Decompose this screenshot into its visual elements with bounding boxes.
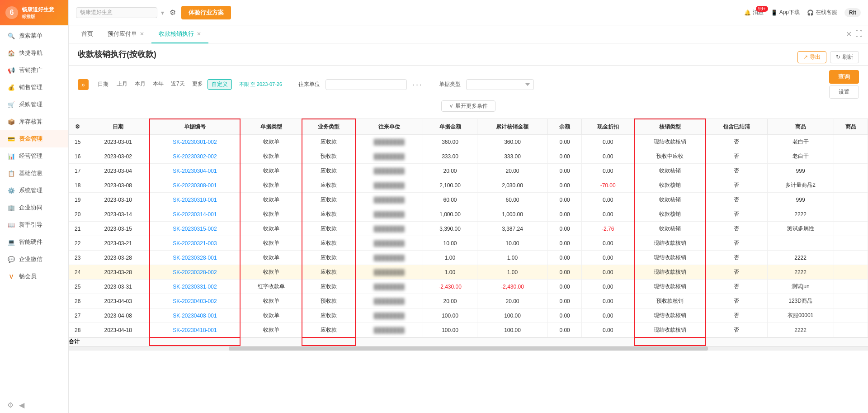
- expand-more-conditions-button[interactable]: ∨ 展开更多条件: [441, 100, 495, 112]
- tabs-bar: 首页 预付应付单 ✕ 收款核销执行 ✕ ✕ ⛶: [69, 25, 868, 43]
- bill-link[interactable]: SK-20230308-001: [173, 182, 217, 189]
- filter-date-last-month[interactable]: 上月: [114, 79, 130, 90]
- bill-link[interactable]: SK-20230418-001: [173, 327, 217, 333]
- table-cell[interactable]: SK-20230301-002: [150, 135, 240, 149]
- settings-bottom-icon[interactable]: ⚙: [7, 401, 14, 409]
- table-cell[interactable]: SK-20230314-001: [150, 207, 240, 222]
- table-cell[interactable]: SK-20230328-001: [150, 251, 240, 265]
- bill-link[interactable]: SK-20230315-002: [173, 226, 217, 232]
- table-cell[interactable]: SK-20230308-001: [150, 178, 240, 193]
- industry-solution-button[interactable]: 体验行业方案: [181, 6, 231, 19]
- partner-input[interactable]: [326, 79, 407, 90]
- table-cell[interactable]: SK-20230408-001: [150, 309, 240, 323]
- table-cell[interactable]: SK-20230418-001: [150, 323, 240, 338]
- th-date[interactable]: 日期: [87, 119, 150, 135]
- table-cell[interactable]: SK-20230403-002: [150, 294, 240, 309]
- table-cell: ████████: [355, 309, 423, 323]
- th-product2[interactable]: 商品: [834, 119, 868, 135]
- sidebar-item-search[interactable]: 🔍 搜索菜单: [0, 27, 68, 44]
- footer-amount: [423, 337, 477, 346]
- table-cell[interactable]: SK-20230321-003: [150, 236, 240, 251]
- th-amount[interactable]: 单据金额: [423, 119, 477, 135]
- online-service-action[interactable]: 🎧 在线客服: [807, 9, 837, 16]
- bill-link[interactable]: SK-20230314-001: [173, 211, 217, 218]
- th-cancel-type[interactable]: 核销类型: [634, 119, 705, 135]
- sidebar-item-system[interactable]: ⚙️ 系统管理: [0, 182, 68, 199]
- export-button[interactable]: ↗ 导出: [797, 51, 826, 63]
- bill-link[interactable]: SK-20230328-002: [173, 269, 217, 275]
- filter-expand-button[interactable]: »: [78, 79, 89, 90]
- th-product[interactable]: 商品: [767, 119, 834, 135]
- query-button[interactable]: 查询: [829, 70, 859, 84]
- th-billno[interactable]: 单据编号: [150, 119, 240, 135]
- th-biztype[interactable]: 业务类型: [302, 119, 355, 135]
- sidebar-item-enterprise[interactable]: 🏢 企业协同: [0, 199, 68, 216]
- tab-collect-cancel[interactable]: 收款核销执行 ✕: [151, 25, 208, 43]
- table-cell: [834, 135, 868, 149]
- sidebar-item-purchase[interactable]: 🛒 采购管理: [0, 96, 68, 113]
- bill-type-select[interactable]: [466, 79, 534, 90]
- user-name[interactable]: Rit: [844, 8, 861, 17]
- filter-date-this-month[interactable]: 本月: [132, 79, 148, 90]
- table-cell: 1.00: [477, 265, 548, 280]
- refresh-button[interactable]: ↻ 刷新: [830, 51, 859, 63]
- tabs-close-icon[interactable]: ✕: [846, 30, 852, 38]
- filter-date-7days[interactable]: 近7天: [168, 79, 188, 90]
- app-download-action[interactable]: 📱 App下载: [771, 9, 800, 16]
- th-cancel-amount[interactable]: 累计核销金额: [477, 119, 548, 135]
- tab-prepay-bill[interactable]: 预付应付单 ✕: [100, 25, 151, 43]
- th-partner[interactable]: 往来单位: [355, 119, 423, 135]
- sidebar-item-quick-nav[interactable]: 🏠 快捷导航: [0, 44, 68, 62]
- table-cell: 收款核销: [634, 193, 705, 207]
- sidebar-item-marketing[interactable]: 📢 营销推广: [0, 62, 68, 79]
- table-area[interactable]: ⚙ 日期 单据编号 单据类型 业务类型 往来单位 单据金额 累计核销金额 余额 …: [69, 119, 868, 413]
- table-cell[interactable]: SK-20230302-002: [150, 149, 240, 164]
- table-cell[interactable]: SK-20230310-001: [150, 193, 240, 207]
- bill-link[interactable]: SK-20230301-002: [173, 139, 217, 145]
- tab-home[interactable]: 首页: [74, 25, 100, 43]
- table-cell[interactable]: SK-20230328-002: [150, 265, 240, 280]
- collapse-sidebar-icon[interactable]: ◀: [19, 401, 24, 409]
- tab-collect-close-icon[interactable]: ✕: [197, 31, 201, 37]
- sidebar-item-basics[interactable]: 📋 基础信息: [0, 165, 68, 182]
- th-billtype[interactable]: 单据类型: [240, 119, 302, 135]
- sidebar-item-guide[interactable]: 📖 新手引导: [0, 216, 68, 233]
- bill-link[interactable]: SK-20230302-002: [173, 153, 217, 160]
- sidebar-item-inventory[interactable]: 📦 库存核算: [0, 113, 68, 130]
- sidebar-item-finance[interactable]: 💳 资金管理: [0, 130, 68, 147]
- bill-link[interactable]: SK-20230304-001: [173, 168, 217, 174]
- sidebar-item-weixin[interactable]: 💬 企业微信: [0, 251, 68, 268]
- settings-button[interactable]: 设置: [829, 85, 859, 99]
- th-include-cleared[interactable]: 包含已结清: [706, 119, 768, 135]
- table-cell: 2023-04-18: [87, 323, 150, 338]
- th-balance[interactable]: 余额: [547, 119, 581, 135]
- filter-more-dots[interactable]: ···: [412, 79, 423, 90]
- brand-chevron-icon[interactable]: ▾: [161, 9, 164, 16]
- bill-link[interactable]: SK-20230310-001: [173, 197, 217, 203]
- tabs-expand-icon[interactable]: ⛶: [855, 30, 863, 38]
- tab-prepay-close-icon[interactable]: ✕: [140, 31, 144, 37]
- bill-link[interactable]: SK-20230328-001: [173, 255, 217, 261]
- sidebar-item-member[interactable]: V 畅会员: [0, 268, 68, 285]
- bill-link[interactable]: SK-20230403-002: [173, 298, 217, 304]
- brand-selector-input[interactable]: [76, 7, 157, 18]
- sidebar-item-sales[interactable]: 💰 销售管理: [0, 79, 68, 96]
- table-scrollbar[interactable]: [69, 346, 868, 351]
- sidebar-item-operations[interactable]: 📊 经营管理: [0, 147, 68, 165]
- bill-link[interactable]: SK-20230331-002: [173, 284, 217, 290]
- table-cell: 10.00: [477, 236, 548, 251]
- table-cell[interactable]: SK-20230331-002: [150, 280, 240, 294]
- sidebar-item-hardware[interactable]: 💻 智能硬件: [0, 233, 68, 251]
- table-cell: 0.00: [582, 265, 634, 280]
- table-cell[interactable]: SK-20230304-001: [150, 164, 240, 178]
- th-cash-discount[interactable]: 现金折扣: [582, 119, 634, 135]
- bill-link[interactable]: SK-20230408-001: [173, 313, 217, 319]
- th-gear[interactable]: ⚙: [69, 119, 87, 135]
- filter-date-more[interactable]: 更多: [189, 79, 206, 90]
- topbar-gear-icon[interactable]: ⚙: [170, 8, 176, 17]
- filter-date-this-year[interactable]: 本年: [150, 79, 166, 90]
- bill-link[interactable]: SK-20230321-003: [173, 240, 217, 247]
- table-cell[interactable]: SK-20230315-002: [150, 222, 240, 236]
- messages-action[interactable]: 🔔 消息 99+: [744, 9, 764, 16]
- filter-date-custom-btn[interactable]: 自定义: [208, 79, 232, 90]
